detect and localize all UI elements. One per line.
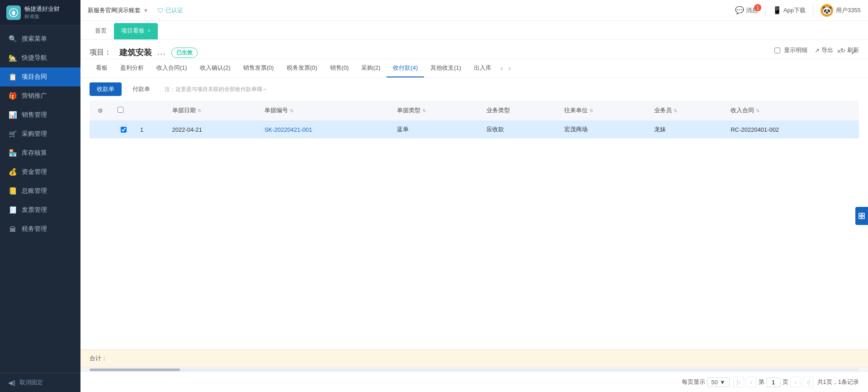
close-button[interactable]: × bbox=[834, 46, 844, 57]
search-icon: 🔍 bbox=[8, 34, 17, 43]
row-salesman-cell: 龙妹 bbox=[649, 121, 725, 139]
project-name: 建筑安装 bbox=[119, 47, 152, 58]
sub-tab-next-arrow[interactable]: › bbox=[505, 61, 513, 76]
settings-icon[interactable]: ⚙ bbox=[95, 105, 106, 116]
app-download-button[interactable]: 📱 App下载 bbox=[773, 6, 806, 14]
topbar-left: 新服务官网演示账套 ▼ 🛡 已认证 bbox=[88, 6, 735, 14]
sidebar-item-ledger[interactable]: 📒 总账管理 bbox=[0, 182, 80, 201]
row-settings-cell bbox=[90, 121, 112, 139]
cart-icon: 🛒 bbox=[8, 129, 17, 139]
sidebar-item-marketing[interactable]: 🎁 营销推广 bbox=[0, 86, 80, 105]
first-page-button[interactable]: |‹ bbox=[733, 377, 744, 387]
sub-tab-in-out[interactable]: 出入库 bbox=[467, 59, 498, 77]
message-button[interactable]: 💬 消息 1 bbox=[735, 6, 758, 14]
sub-tab-revenue-confirm[interactable]: 收入确认(2) bbox=[193, 59, 237, 77]
tab-project-board[interactable]: 项目看板 × bbox=[114, 23, 158, 39]
scrollbar-thumb[interactable] bbox=[90, 368, 180, 371]
sub-tab-kanban[interactable]: 看板 bbox=[90, 59, 114, 77]
table-row: 1 2022-04-21 SK-20220421-001 蓝单 应收款 宏茂商场… bbox=[90, 121, 859, 139]
page-size-value: 50 bbox=[711, 379, 717, 386]
sidebar-item-funds[interactable]: 💰 资金管理 bbox=[0, 163, 80, 182]
float-panel-button[interactable] bbox=[855, 207, 868, 225]
show-detail-toggle[interactable]: 显示明细 bbox=[774, 46, 807, 54]
sidebar-item-invoice[interactable]: 🧾 发票管理 bbox=[0, 201, 80, 220]
maximize-button[interactable]: ⤢ bbox=[848, 46, 859, 57]
sidebar-item-invoice-label: 发票管理 bbox=[22, 206, 47, 214]
account-selector[interactable]: 新服务官网演示账套 ▼ bbox=[88, 6, 148, 14]
date-sort-icon[interactable]: ⇅ bbox=[198, 108, 201, 113]
row-date-cell: 2022-04-21 bbox=[167, 121, 259, 139]
verified-label: 已认证 bbox=[165, 6, 183, 14]
row-revenue-contract-cell: RC-20220401-002 bbox=[725, 121, 859, 139]
page-size-arrow: ▼ bbox=[720, 379, 726, 386]
page-nav: |‹ ‹ 第 页 › ›| bbox=[733, 377, 814, 387]
revenue-sort-icon[interactable]: ⇅ bbox=[756, 108, 760, 113]
sub-tabs: 看板 盈利分析 收入合同(1) 收入确认(2) 销售发票(0) 税务发票(0) … bbox=[80, 59, 868, 78]
user-menu[interactable]: 🐼 用户3355 bbox=[821, 4, 861, 17]
inner-tab-payment[interactable]: 付款单 bbox=[125, 82, 157, 96]
app-download-label: App下载 bbox=[783, 6, 806, 14]
store-icon: 🏪 bbox=[8, 148, 17, 158]
sidebar-item-purchase[interactable]: 🛒 采购管理 bbox=[0, 124, 80, 143]
sub-tab-purchase[interactable]: 采购(2) bbox=[355, 59, 387, 77]
export-button[interactable]: ↗ 导出 bbox=[815, 46, 833, 54]
sub-tab-other-expense[interactable]: 其他收支(1) bbox=[424, 59, 467, 77]
table-footer: 合计： bbox=[80, 349, 868, 367]
sub-tab-sales-invoice[interactable]: 销售发票(0) bbox=[237, 59, 280, 77]
index-col-header bbox=[135, 100, 167, 121]
divider bbox=[765, 6, 765, 15]
tab-close-icon[interactable]: × bbox=[147, 28, 151, 34]
salesman-col-header: 业务员 ⇅ bbox=[649, 100, 725, 121]
sub-tab-sales[interactable]: 销售(0) bbox=[324, 59, 355, 77]
sidebar-item-quick-nav[interactable]: 🏡 快捷导航 bbox=[0, 48, 80, 67]
unpin-button[interactable]: ◀‖ 取消固定 bbox=[0, 373, 80, 392]
last-page-button[interactable]: ›| bbox=[803, 377, 814, 387]
number-sort-icon[interactable]: ⇅ bbox=[290, 108, 293, 113]
checkbox-col-header bbox=[112, 100, 135, 121]
sidebar-item-search-label: 搜索菜单 bbox=[22, 35, 47, 43]
svg-rect-2 bbox=[862, 213, 864, 215]
receipt-icon: 🧾 bbox=[8, 206, 17, 215]
page-number-input[interactable] bbox=[766, 378, 781, 387]
biz-type-col-header: 业务类型 bbox=[481, 100, 559, 121]
app-logo-icon bbox=[6, 5, 21, 20]
sub-tab-revenue-contract[interactable]: 收入合同(1) bbox=[150, 59, 193, 77]
sub-tab-profit[interactable]: 盈利分析 bbox=[114, 59, 150, 77]
type-sort-icon[interactable]: ⇅ bbox=[422, 108, 426, 113]
tab-home[interactable]: 首页 bbox=[88, 23, 114, 39]
inner-tab-receipt[interactable]: 收款单 bbox=[90, 82, 122, 96]
inner-tab-note: 注：这里是与项目关联的全部收付款单哦～ bbox=[165, 86, 268, 93]
sidebar-item-search[interactable]: 🔍 搜索菜单 bbox=[0, 29, 80, 48]
money-icon: 💰 bbox=[8, 167, 17, 177]
salesman-sort-icon[interactable]: ⇅ bbox=[674, 108, 677, 113]
more-icon[interactable]: ... bbox=[157, 48, 166, 57]
user-label: 用户3355 bbox=[836, 6, 861, 14]
sub-tab-receipt[interactable]: 收付款(4) bbox=[387, 59, 424, 77]
partner-sort-icon[interactable]: ⇅ bbox=[590, 108, 593, 113]
sidebar-item-purchase-label: 采购管理 bbox=[22, 130, 47, 138]
sub-tab-prev-arrow[interactable]: ‹ bbox=[498, 61, 505, 76]
gift-icon: 🎁 bbox=[8, 91, 17, 100]
show-detail-label: 显示明细 bbox=[784, 46, 807, 54]
sidebar-item-tax[interactable]: 🏛 税务管理 bbox=[0, 220, 80, 239]
page-size-dropdown[interactable]: 50 ▼ bbox=[707, 378, 729, 387]
tab-project-board-label: 项目看板 bbox=[121, 27, 145, 35]
sub-tab-tax-invoice[interactable]: 税务发票(0) bbox=[280, 59, 324, 77]
select-all-checkbox[interactable] bbox=[118, 107, 123, 113]
sidebar-item-project-label: 项目合同 bbox=[22, 73, 47, 81]
row-checkbox[interactable] bbox=[121, 127, 127, 133]
sidebar-item-project-contract[interactable]: 📋 项目合同 bbox=[0, 67, 80, 86]
show-detail-checkbox[interactable] bbox=[774, 48, 780, 53]
prev-page-button[interactable]: ‹ bbox=[746, 377, 757, 387]
table-header-row: ⚙ 单据日期 ⇅ bbox=[90, 100, 859, 121]
sidebar-item-sales[interactable]: 📊 销售管理 bbox=[0, 105, 80, 124]
document-number-link[interactable]: SK-20220421-001 bbox=[264, 126, 312, 133]
scrollbar-track bbox=[90, 368, 859, 371]
row-partner-cell: 宏茂商场 bbox=[559, 121, 649, 139]
avatar: 🐼 bbox=[821, 4, 833, 17]
sidebar-item-inventory[interactable]: 🏪 库存核算 bbox=[0, 143, 80, 163]
export-icon: ↗ bbox=[815, 47, 820, 54]
inner-tabs: 收款单 付款单 注：这里是与项目关联的全部收付款单哦～ bbox=[80, 78, 868, 100]
next-page-button[interactable]: › bbox=[790, 377, 801, 387]
window-controls: × ⤢ bbox=[834, 46, 859, 57]
